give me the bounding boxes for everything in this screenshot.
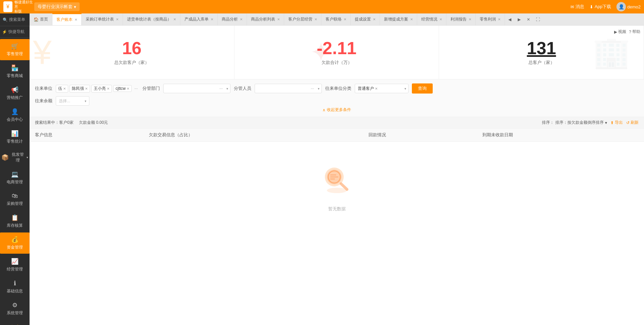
tab-customer-contact[interactable]: 客户联络 ✕: [321, 13, 351, 25]
tab-close-purchase[interactable]: ✕: [116, 17, 119, 21]
sort-selector[interactable]: 排序： 排序：按欠款金额倒序排序 ▾: [542, 120, 607, 125]
sidebar-item-retail-stats[interactable]: 📊 零售统计: [0, 127, 30, 148]
export-button[interactable]: ⬆ 导出: [610, 120, 623, 125]
sidebar-item-inventory[interactable]: 📋 库存核算: [0, 211, 30, 232]
message-button[interactable]: ✉ 消息: [570, 4, 584, 10]
table-header: 客户信息 欠款交易信息（占比） 回款情况 到期未收款日期: [30, 129, 644, 142]
balance-filter-select[interactable]: 选择... ▾: [56, 96, 89, 106]
tab-product-analysis[interactable]: 商品分析 ✕: [218, 13, 247, 25]
tab-close-new-commission[interactable]: ✕: [410, 17, 413, 21]
tab-new-commission-plan[interactable]: 新增提成方案 ✕: [380, 13, 417, 25]
category-filter-select[interactable]: 普通客户 ✕ ▾: [355, 84, 409, 93]
tab-close-product-analysis[interactable]: ✕: [240, 17, 243, 21]
download-icon: ⬇: [590, 4, 593, 9]
total-customers-value: 131: [527, 39, 556, 57]
tab-close-customer-ledger[interactable]: ✕: [75, 18, 77, 22]
unit-tag-cjttcw[interactable]: cjttcw ✕: [113, 85, 132, 92]
tab-purchase-order-stats[interactable]: 采购订单统计表 ✕: [82, 13, 123, 25]
top-bar: ¥ 畅捷通好生意 标版 母婴行业演示帐套 ▾ ✉ 消息 ⬇ App下载 👤: [0, 0, 644, 13]
unit-tag-wang[interactable]: 王小亮 ✕: [91, 85, 112, 93]
tab-close-retail-profit[interactable]: ✕: [498, 17, 501, 21]
message-icon: ✉: [570, 4, 574, 9]
video-help-button[interactable]: ▶ 视频: [614, 29, 626, 35]
collapse-filters-button[interactable]: ∧ 收起更多条件: [323, 107, 351, 113]
col-debt-info: 欠款交易信息（占比）: [143, 129, 363, 142]
quick-nav-button[interactable]: ⚡ 快捷导航: [0, 26, 30, 38]
tab-inventory-stats[interactable]: 进货单统计表（按商品） ✕: [123, 13, 180, 25]
sidebar-item-operations[interactable]: 📈 经营管理: [0, 254, 30, 276]
retail-stats-icon: 📊: [11, 130, 18, 137]
filter-row-2: 往来余额 选择... ▾: [35, 96, 639, 106]
purchase-icon: 🛍: [12, 192, 18, 200]
sidebar-item-marketing[interactable]: 📢 营销推广: [0, 83, 30, 104]
tab-close-commission[interactable]: ✕: [373, 17, 376, 21]
help-icon: ?: [629, 30, 631, 34]
tab-close-customer-contact[interactable]: ✕: [344, 17, 346, 21]
unit-filter-more[interactable]: ···: [133, 85, 139, 92]
logo: ¥ 畅捷通好生意 标版: [3, 0, 33, 13]
top-bar-right: ✉ 消息 ⬇ App下载 👤 demo2: [570, 2, 641, 11]
tab-home[interactable]: 🏠 首页: [30, 13, 52, 25]
remove-chen-tag[interactable]: ✕: [85, 87, 88, 91]
tab-scroll-left[interactable]: ◀: [505, 17, 514, 22]
sidebar-item-wholesale[interactable]: 📦 批发管理 ▾: [0, 148, 30, 167]
tab-commission-settings[interactable]: 提成设置 ✕: [351, 13, 380, 25]
filter-area: 往来单位 伍 ✕ 陈民强 ✕ 王小亮: [30, 79, 644, 117]
query-button[interactable]: 查询: [412, 83, 433, 94]
account-selector[interactable]: 母婴行业演示帐套 ▾: [34, 2, 80, 11]
tab-close-business[interactable]: ✕: [439, 17, 442, 21]
tab-close-product-list[interactable]: ✕: [277, 17, 280, 21]
tab-expand[interactable]: ⛶: [533, 17, 543, 22]
wholesale-icon: 📦: [1, 154, 9, 161]
app-wrapper: ¥ 畅捷通好生意 标版 母婴行业演示帐套 ▾ ✉ 消息 ⬇ App下载 👤: [0, 0, 644, 325]
tab-close-all[interactable]: ✕: [524, 17, 533, 22]
remove-category-tag[interactable]: ✕: [375, 87, 378, 91]
arrow-icon: ▾: [27, 156, 28, 159]
tab-product-analysis-list[interactable]: 商品分析列表 ✕: [247, 13, 284, 25]
person-filter-select[interactable]: ··· ▾: [255, 84, 322, 93]
sidebar-item-ecommerce[interactable]: 💻 电商管理: [0, 167, 30, 188]
search-menu-button[interactable]: 🔍 搜索菜单: [0, 13, 30, 26]
refresh-button[interactable]: ↺ 刷新: [626, 120, 639, 125]
tab-product-storage[interactable]: 产成品入库单 ✕: [180, 13, 218, 25]
tab-close-customer-tier[interactable]: ✕: [314, 17, 317, 21]
tab-scroll-right[interactable]: ▶: [514, 17, 524, 22]
tab-close-profit[interactable]: ✕: [469, 17, 471, 21]
mall-icon: 🏪: [11, 64, 18, 72]
table-body: 暂无数据: [30, 142, 644, 232]
tab-customer-tier[interactable]: 客户分层经营 ✕: [284, 13, 321, 25]
sidebar-item-enterprise-collab[interactable]: 🤝 企业协同: [0, 320, 30, 325]
balance-dropdown-icon: ▾: [85, 99, 86, 103]
app-download-button[interactable]: ⬇ App下载: [590, 4, 611, 10]
tab-customer-ledger[interactable]: 客户账本 ✕: [52, 13, 82, 25]
sidebar-item-finance[interactable]: 💰 资金管理: [0, 232, 30, 254]
sidebar-item-mall[interactable]: 🏪 零售商城: [0, 61, 30, 82]
tab-close-inventory[interactable]: ✕: [173, 17, 176, 21]
total-customers-label: 总客户（家）: [528, 60, 555, 66]
remove-wang-tag[interactable]: ✕: [107, 87, 110, 91]
sidebar-item-basic-info[interactable]: ℹ 基础信息: [0, 276, 30, 297]
tab-profit-report[interactable]: 利润报告 ✕: [446, 13, 476, 25]
tab-close-product-storage[interactable]: ✕: [211, 17, 213, 21]
main-wrapper: 🔍 搜索菜单 ⚡ 快捷导航 🛒 零售管理 🏪 零售商城 📢 营销推广: [0, 13, 644, 325]
sidebar-item-purchase[interactable]: 🛍 采购管理: [0, 189, 30, 210]
unit-tag-chen[interactable]: 陈民强 ✕: [70, 85, 90, 93]
sidebar-item-member[interactable]: 👤 会员中心: [0, 105, 30, 126]
help-button[interactable]: ? 帮助: [629, 29, 640, 35]
dept-filter-select[interactable]: ▾ ···: [163, 84, 230, 93]
unit-tag-wu[interactable]: 伍 ✕: [56, 85, 68, 93]
home-icon: 🏠: [34, 17, 39, 22]
debtors-bg-icon: ¥: [33, 33, 227, 72]
sidebar-item-system[interactable]: ⚙ 系统管理: [0, 298, 30, 319]
user-menu[interactable]: 👤 demo2: [616, 2, 641, 11]
refresh-icon: ↺: [626, 120, 630, 125]
remove-wu-tag[interactable]: ✕: [63, 87, 66, 91]
quick-nav-icon: ⚡: [2, 30, 7, 34]
remove-cjttcw-tag[interactable]: ✕: [127, 87, 129, 91]
col-due-date: 到期未收款日期: [477, 129, 644, 142]
unit-filter-label: 往来单位: [35, 85, 52, 92]
content-area: 🏠 首页 客户账本 ✕ 采购订单统计表 ✕ 进货单统计表（按商品） ✕ 产成品入…: [30, 13, 644, 325]
tab-business-situation[interactable]: 经营情况 ✕: [417, 13, 446, 25]
sidebar-item-retail[interactable]: 🛒 零售管理: [0, 39, 30, 60]
tab-retail-profit[interactable]: 零售利润 ✕: [476, 13, 505, 25]
